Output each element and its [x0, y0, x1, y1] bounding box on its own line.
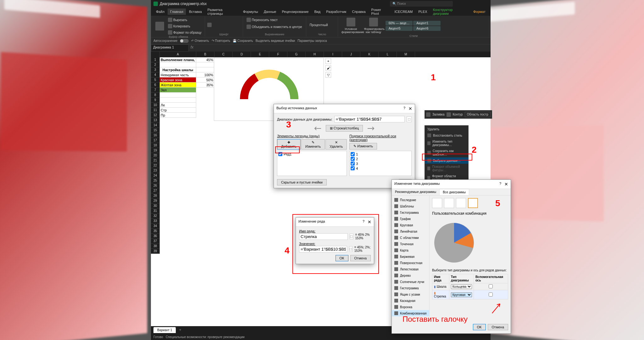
type-boxwhisker[interactable]: Ящик с усами: [392, 291, 429, 298]
tab-formulas[interactable]: Формулы: [241, 8, 261, 15]
chart-elements-button[interactable]: +: [325, 58, 331, 64]
type-recent[interactable]: Последние: [392, 197, 429, 203]
scale-secondary-axis-checkbox[interactable]: [489, 284, 493, 288]
redo-button[interactable]: ↷ Повторить: [212, 39, 230, 42]
style-accent5[interactable]: Акцент5: [386, 26, 413, 31]
wrap-button[interactable]: Переносить текст: [245, 17, 279, 23]
name-box[interactable]: Диаграмма 1: [151, 44, 189, 52]
sheet-tab-variant1[interactable]: Вариант 1: [153, 327, 176, 333]
cell-a6[interactable]: Жёлтая зона: [160, 82, 196, 88]
cell-a7[interactable]: Зел: [160, 88, 196, 93]
col-header[interactable]: D: [233, 52, 251, 57]
col-header[interactable]: E: [251, 52, 269, 57]
cell-b5[interactable]: 50%: [196, 77, 214, 82]
add-sheet-button[interactable]: +: [177, 328, 183, 332]
cell-a12[interactable]: Пр: [160, 113, 196, 118]
type-surface[interactable]: Поверхностная: [392, 260, 429, 266]
search-box[interactable]: 🔍 Поиск: [390, 1, 453, 7]
scale-type-select[interactable]: Кольцевая: [451, 284, 472, 289]
type-radar[interactable]: Лепестковая: [392, 266, 429, 272]
type-area[interactable]: С областями: [392, 235, 429, 241]
save-button[interactable]: 💾 Сохранить: [233, 39, 253, 42]
type-scatter[interactable]: Точечная: [392, 241, 429, 247]
tab-help[interactable]: Справка: [349, 8, 368, 15]
combo-variant-4[interactable]: [468, 198, 478, 208]
type-line[interactable]: График: [392, 216, 429, 222]
tab-insert[interactable]: Вставка: [186, 8, 204, 15]
menu-change-chart-type[interactable]: Изменить тип диаграммы…: [425, 139, 468, 148]
swap-row-column-button[interactable]: ⊞ Строка/столбец: [326, 125, 363, 132]
tab-powerpivot[interactable]: Power Pivot: [369, 7, 391, 17]
hidden-cells-button[interactable]: Скрытые и пустые ячейки: [277, 179, 327, 185]
combo-variant-1[interactable]: [432, 198, 442, 208]
number-format-select[interactable]: Процентный: [308, 23, 329, 27]
tab-chartdesign[interactable]: Конструктор диаграмм: [430, 7, 470, 17]
tab-format[interactable]: Формат: [471, 8, 488, 15]
outline-icon[interactable]: [447, 112, 451, 117]
col-header[interactable]: H: [306, 52, 324, 57]
font-controls-icon[interactable]: [207, 23, 212, 27]
close-button[interactable]: ✕: [504, 182, 508, 187]
col-header[interactable]: G: [287, 52, 306, 57]
col-header[interactable]: M: [397, 52, 415, 57]
col-header[interactable]: A: [160, 52, 196, 57]
type-map[interactable]: Карта: [392, 247, 429, 253]
help-icon[interactable]: ?: [403, 106, 405, 111]
type-stock[interactable]: Биржевая: [392, 253, 429, 260]
col-header[interactable]: C: [214, 52, 233, 57]
col-header[interactable]: I: [324, 52, 342, 57]
chart-filters-button[interactable]: ▽: [325, 72, 331, 78]
col-header[interactable]: F: [269, 52, 287, 57]
menu-reset-style[interactable]: Восстановить стиль: [425, 132, 468, 139]
cancel-button[interactable]: Отмена: [488, 324, 508, 330]
tab-plex[interactable]: PLEX: [416, 8, 430, 15]
tab-icecream[interactable]: ICECREAM: [392, 8, 415, 15]
menu-3d-rotation[interactable]: Поворот объемной фигуры…: [425, 164, 468, 173]
edit-series-button[interactable]: ✎ Изменить: [301, 139, 325, 150]
type-templates[interactable]: Шаблоны: [392, 203, 429, 209]
type-pie[interactable]: Круговая: [392, 222, 429, 228]
type-waterfall[interactable]: Каскадная: [392, 298, 429, 304]
chart-styles-button[interactable]: 🖌: [325, 65, 331, 71]
fill-icon[interactable]: [426, 112, 430, 117]
type-sunburst[interactable]: Солнечные лучи: [392, 279, 429, 285]
help-icon[interactable]: ?: [499, 182, 501, 187]
remove-series-button[interactable]: ✕ Удалить: [325, 139, 347, 150]
select-visible-button[interactable]: Выделить видимые ячейки: [256, 39, 295, 42]
tab-review[interactable]: Рецензирование: [279, 8, 311, 15]
col-header[interactable]: L: [379, 52, 397, 57]
conditional-format-button[interactable]: Условное форматирование: [340, 17, 362, 34]
range-picker-button[interactable]: ⬚: [407, 116, 412, 122]
cell-b6[interactable]: 35%: [196, 82, 214, 88]
cell-b1[interactable]: 45%: [196, 57, 214, 62]
chart-range-input[interactable]: [334, 116, 405, 122]
type-treemap[interactable]: Дерево: [392, 272, 429, 279]
autosave-toggle[interactable]: [180, 39, 189, 43]
cell-a4[interactable]: Невидимая часть: [160, 72, 196, 77]
arrow-secondary-axis-checkbox[interactable]: [489, 292, 493, 297]
tab-developer[interactable]: Разработчик: [324, 8, 349, 15]
cell-a10[interactable]: Ле: [160, 103, 196, 108]
tab-recommended[interactable]: Рекомендуемые диаграммы: [392, 189, 439, 195]
undo-button[interactable]: ↶ Отменить: [191, 39, 209, 42]
col-header[interactable]: B: [196, 52, 214, 57]
edit-axis-button[interactable]: ✎ Изменить: [349, 143, 377, 150]
col-header[interactable]: J: [342, 52, 360, 57]
type-bar[interactable]: Линейчатая: [392, 228, 429, 235]
tab-data[interactable]: Данные: [261, 8, 279, 15]
cell-a3[interactable]: Настройка шкалы: [160, 67, 196, 72]
cell-b4[interactable]: 100%: [196, 72, 214, 77]
style-accent-pct[interactable]: 60% — акце…: [386, 21, 413, 26]
type-column[interactable]: Гистограмма: [392, 209, 429, 216]
type-histogram[interactable]: Гистограмма: [392, 285, 429, 291]
copy-button[interactable]: Копировать: [167, 23, 203, 29]
tab-pagelayout[interactable]: Разметка страницы: [205, 7, 240, 17]
combo-variant-3[interactable]: [456, 198, 466, 208]
ok-button[interactable]: ОК: [473, 324, 486, 330]
close-button[interactable]: ✕: [408, 106, 412, 111]
type-funnel[interactable]: Воронка: [392, 304, 429, 310]
series-listbox[interactable]: Ряд1: [277, 151, 347, 176]
cut-button[interactable]: Вырезать: [167, 17, 203, 23]
cell-a5[interactable]: Красная зона: [160, 77, 196, 82]
menu-delete[interactable]: Удалить: [425, 126, 468, 132]
